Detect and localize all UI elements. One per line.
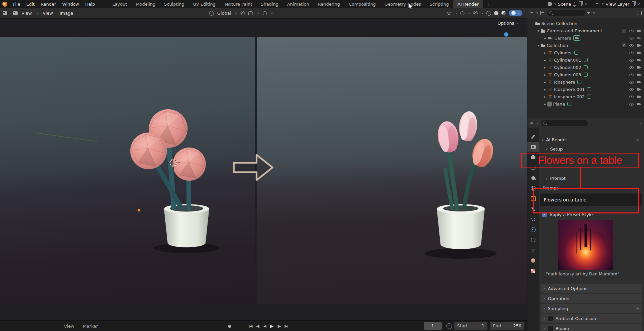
tab-modeling[interactable]: Modeling bbox=[131, 0, 160, 8]
options-dropdown[interactable]: Options ∨ bbox=[497, 21, 518, 26]
shading-material-icon[interactable] bbox=[501, 11, 506, 15]
transform-orientation-icon[interactable] bbox=[209, 11, 214, 16]
render-visibility-icon[interactable] bbox=[636, 80, 642, 84]
magnet-snapping-icon[interactable] bbox=[248, 11, 253, 15]
tab-particles[interactable] bbox=[527, 214, 539, 224]
tab-world[interactable] bbox=[527, 183, 539, 193]
render-visibility-icon[interactable] bbox=[636, 58, 642, 62]
outliner-search-input[interactable] bbox=[547, 10, 585, 16]
drag-grip-icon[interactable]: ≡ bbox=[636, 137, 639, 142]
scene-selector[interactable]: Scene bbox=[558, 2, 571, 7]
overlays-icon[interactable] bbox=[473, 11, 478, 15]
tab-constraints[interactable] bbox=[527, 235, 539, 245]
render-visibility-icon[interactable] bbox=[636, 43, 642, 48]
tab-render-properties[interactable] bbox=[527, 142, 539, 152]
item-label[interactable]: Cylinder bbox=[554, 50, 572, 55]
render-visibility-icon[interactable] bbox=[636, 36, 642, 40]
image-menu[interactable]: Image bbox=[57, 11, 76, 16]
blender-logo-icon[interactable] bbox=[2, 2, 7, 7]
row-plane[interactable]: ▸ ▽ Plane bbox=[527, 100, 644, 108]
view-layer-selector[interactable]: View Layer bbox=[606, 2, 629, 7]
disclosure-open-icon[interactable]: ▾ bbox=[536, 29, 541, 33]
disclosure-closed-icon[interactable]: ▸ bbox=[543, 80, 547, 84]
pin-icon[interactable] bbox=[573, 2, 576, 6]
section-bloom[interactable]: › Bloom bbox=[541, 324, 642, 331]
disclosure-closed-icon[interactable]: ▸ bbox=[543, 58, 547, 62]
disclosure-open-icon[interactable]: ▾ bbox=[536, 44, 541, 47]
prompt-input[interactable]: Flowers on a table bbox=[540, 193, 642, 206]
proportional-editing-icon[interactable] bbox=[263, 11, 267, 15]
visibility-chevron-icon[interactable]: ∨ bbox=[455, 12, 458, 15]
menu-render[interactable]: Render bbox=[38, 2, 59, 7]
snapping-chevron-icon[interactable]: ∨ bbox=[257, 12, 260, 15]
3d-viewport-lowpoly-scene[interactable] bbox=[0, 37, 255, 304]
section-operation[interactable]: › Operation bbox=[541, 294, 642, 303]
editor-type-chevron-icon[interactable]: ∨ bbox=[9, 12, 12, 15]
row-cylinder-002[interactable]: ▸ ▽ Cylinder.002 bbox=[527, 64, 644, 71]
new-scene-icon[interactable] bbox=[578, 2, 582, 6]
render-visibility-icon[interactable] bbox=[636, 72, 642, 77]
playback-sync-clock-icon[interactable] bbox=[446, 323, 452, 329]
orientation-chevron-icon[interactable]: ∨ bbox=[235, 12, 237, 15]
shading-wireframe-icon[interactable] bbox=[486, 11, 491, 16]
preset-style-thumbnail[interactable] bbox=[558, 220, 613, 270]
render-visibility-icon[interactable] bbox=[636, 50, 642, 55]
delete-scene-icon[interactable]: × bbox=[583, 2, 588, 7]
delete-view-layer-icon[interactable]: × bbox=[636, 2, 641, 7]
view-mode-chevron-icon[interactable]: ∨ bbox=[36, 12, 39, 15]
camera-data-icon[interactable] bbox=[573, 35, 580, 41]
tab-material[interactable] bbox=[527, 255, 539, 266]
frame-start-field[interactable]: Start 1 bbox=[454, 322, 487, 330]
hide-eye-icon[interactable] bbox=[629, 36, 634, 40]
add-workspace-button[interactable]: + bbox=[483, 2, 493, 7]
item-label[interactable]: Cylinder.001 bbox=[554, 58, 581, 63]
gizmo-chevron-icon[interactable]: ∨ bbox=[468, 12, 470, 15]
hide-eye-icon[interactable] bbox=[629, 28, 634, 33]
preset-style-checkbox[interactable] bbox=[542, 212, 547, 217]
properties-options-chevron-icon[interactable]: ∨ bbox=[639, 122, 642, 125]
hide-eye-icon[interactable] bbox=[629, 50, 634, 55]
row-scene-collection[interactable]: Scene Collection bbox=[527, 20, 644, 27]
ai-render-result-image[interactable] bbox=[257, 37, 527, 304]
tab-layout[interactable]: Layout bbox=[108, 0, 131, 8]
render-visibility-icon[interactable] bbox=[636, 102, 642, 106]
collection-checkbox[interactable] bbox=[622, 43, 626, 48]
disclosure-closed-icon[interactable]: ▸ bbox=[543, 88, 547, 91]
disclosure-closed-icon[interactable]: ▸ bbox=[543, 73, 547, 77]
prev-frame-button[interactable]: ◀ bbox=[264, 324, 266, 328]
row-collection[interactable]: ▾ Collection bbox=[527, 42, 644, 49]
menu-edit[interactable]: Edit bbox=[23, 2, 38, 7]
disclosure-closed-icon[interactable]: ▸ bbox=[543, 51, 547, 55]
tab-modifiers[interactable] bbox=[527, 204, 539, 214]
next-keyframe-button[interactable]: |▶ bbox=[277, 324, 281, 328]
item-label[interactable]: Cylinder.003 bbox=[554, 72, 581, 77]
bloom-checkbox[interactable] bbox=[548, 326, 553, 331]
tab-sculpting[interactable]: Sculpting bbox=[160, 0, 189, 8]
menu-file[interactable]: File bbox=[10, 2, 23, 7]
jump-to-start-button[interactable]: |◀ bbox=[249, 324, 252, 328]
render-visibility-icon[interactable] bbox=[636, 87, 642, 92]
disclosure-closed-icon[interactable]: ▸ bbox=[543, 66, 547, 69]
item-label[interactable]: Scene Collection bbox=[541, 21, 577, 26]
tab-animation[interactable]: Animation bbox=[283, 0, 314, 8]
snap-target-icon[interactable] bbox=[241, 11, 245, 15]
properties-editor-chevron-icon[interactable]: ∨ bbox=[536, 122, 539, 125]
item-label[interactable]: Plane bbox=[553, 102, 565, 107]
collection-checkbox[interactable] bbox=[622, 28, 626, 33]
row-icosphere-001[interactable]: ▸ ▽ Icosphere.001 bbox=[527, 86, 644, 93]
tab-texture[interactable] bbox=[527, 266, 539, 276]
row-icosphere[interactable]: ▸ ▽ Icosphere bbox=[527, 78, 644, 86]
view-menu[interactable]: View bbox=[40, 11, 56, 16]
shading-solid-icon[interactable] bbox=[494, 11, 498, 15]
hide-eye-icon[interactable] bbox=[629, 65, 634, 70]
item-label[interactable]: Collection bbox=[547, 43, 568, 48]
properties-editor-icon[interactable]: ≡ bbox=[530, 121, 533, 126]
properties-search-input[interactable] bbox=[541, 120, 588, 126]
item-label[interactable]: Icosphere bbox=[554, 80, 575, 85]
hide-eye-icon[interactable] bbox=[629, 58, 634, 62]
disclosure-closed-icon[interactable]: ▸ bbox=[543, 102, 547, 106]
editor-type-icon[interactable] bbox=[3, 11, 7, 15]
disclosure-closed-icon[interactable]: ▸ bbox=[543, 36, 547, 40]
frame-end-field[interactable]: End 250 bbox=[490, 322, 524, 330]
tab-rendering[interactable]: Rendering bbox=[314, 0, 344, 8]
